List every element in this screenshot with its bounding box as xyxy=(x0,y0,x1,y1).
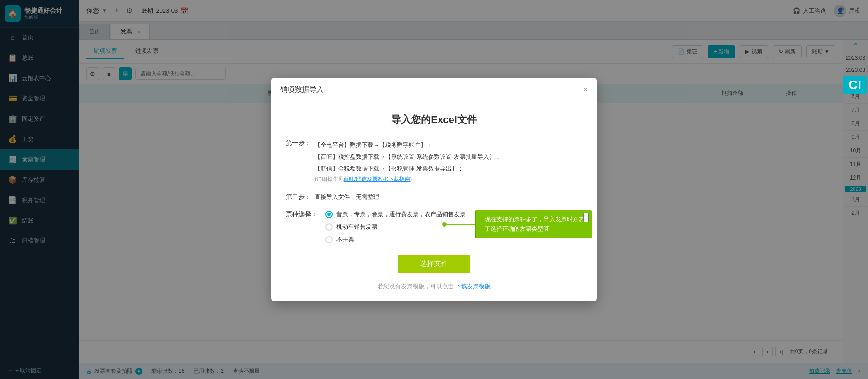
step1-content: 第一步： 【全电平台】数据下载→【税务数字账户】； 【百旺】税控盘数据下载→【系… xyxy=(286,139,582,185)
radio-none-circle xyxy=(326,236,333,243)
tooltip-line xyxy=(443,224,475,225)
modal-overlay[interactable]: 销项数据导入 × 导入您的Excel文件 第一步： 【全电平台】数据下载→【税务… xyxy=(0,0,868,379)
modal-main-title: 导入您的Excel文件 xyxy=(286,113,582,127)
ci-badge: CI xyxy=(843,76,867,94)
radio-none-label: 不开票 xyxy=(336,236,354,244)
ticket-section: 票种选择： 普票，专票，卷票，通行费发票，农产品销售发票 xyxy=(286,210,582,244)
select-file-button[interactable]: 选择文件 xyxy=(398,255,470,273)
modal-close-button[interactable]: × xyxy=(583,85,588,95)
radio-motor-circle xyxy=(326,223,333,231)
modal-footer: 若您没有发票模版，可以点击 下载发票模版 xyxy=(286,282,582,290)
tooltip-container: 现在支持的票种多了，导入发票时别忘了选择正确的发票类型呀！ × xyxy=(443,210,592,238)
step2-text: 直接导入文件，无需整理 xyxy=(315,193,379,201)
modal-header: 销项数据导入 × xyxy=(271,78,597,102)
step1-line1: 【全电平台】数据下载→【税务数字账户】； xyxy=(315,139,501,151)
tooltip-box: 现在支持的票种多了，导入发票时别忘了选择正确的发票类型呀！ × xyxy=(475,210,592,238)
tooltip-close-button[interactable]: × xyxy=(583,213,589,222)
step1-lines: 【全电平台】数据下载→【税务数字账户】； 【百旺】税控盘数据下载→【系统设置-系… xyxy=(315,139,501,185)
modal-body: 导入您的Excel文件 第一步： 【全电平台】数据下载→【税务数字账户】； 【百… xyxy=(271,102,597,302)
step1-label: 第一步： xyxy=(286,139,311,147)
step1-link[interactable]: 百旺/航信发票数据下载指南 xyxy=(344,176,410,182)
step1-note: (详细操作见百旺/航信发票数据下载指南) xyxy=(315,175,501,185)
radio-normal-dot xyxy=(327,213,331,216)
step2-label: 第二步： xyxy=(286,193,311,201)
modal-title: 销项数据导入 xyxy=(280,85,324,95)
tooltip-dot xyxy=(442,222,447,227)
tooltip-text: 现在支持的票种多了，导入发票时别忘了选择正确的发票类型呀！ xyxy=(481,215,586,234)
tooltip-bar xyxy=(475,210,476,238)
footer-text: 若您没有发票模版，可以点击 xyxy=(377,283,454,289)
select-file-section: 选择文件 xyxy=(286,255,582,273)
modal: 销项数据导入 × 导入您的Excel文件 第一步： 【全电平台】数据下载→【税务… xyxy=(271,78,597,302)
step1-line2: 【百旺】税控盘数据下载→【系统设置-系统参数设置-发票批量导入】； xyxy=(315,151,501,163)
step2-section: 第二步： 直接导入文件，无需整理 xyxy=(286,193,582,201)
radio-group-wrapper: 普票，专票，卷票，通行费发票，农产品销售发票 机动车销售发票 不开票 xyxy=(321,210,466,244)
step1-section: 第一步： 【全电平台】数据下载→【税务数字账户】； 【百旺】税控盘数据下载→【系… xyxy=(286,139,582,185)
step2-content: 第二步： 直接导入文件，无需整理 xyxy=(286,193,582,201)
radio-motor-label: 机动车销售发票 xyxy=(336,223,377,231)
ticket-choice: 票种选择： 普票，专票，卷票，通行费发票，农产品销售发票 xyxy=(286,210,582,244)
step1-line3: 【航信】金税盘数据下载→【报税管理-发票数据导出】； xyxy=(315,163,501,175)
download-template-link[interactable]: 下载发票模版 xyxy=(455,283,491,289)
ticket-label: 票种选择： xyxy=(286,210,317,218)
radio-normal-circle xyxy=(326,211,333,218)
